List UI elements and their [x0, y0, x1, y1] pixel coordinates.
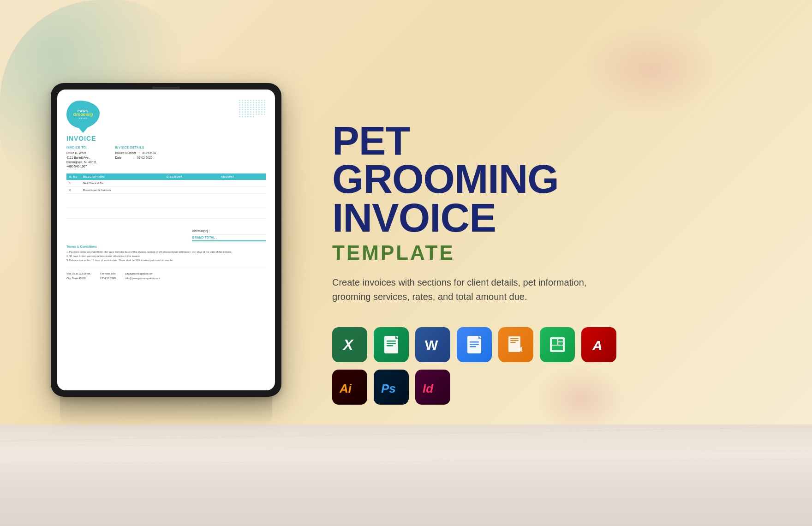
client-name: Bruce B. Wells — [66, 151, 96, 155]
invoice-date-row: Date : 02-02-2025 — [115, 155, 155, 160]
table-header-description: DESCRIPTION — [80, 173, 164, 180]
invoice-number-value: 01253634 — [143, 151, 156, 155]
svg-rect-20 — [552, 346, 563, 350]
svg-rect-18 — [558, 339, 563, 341]
icons-row-1: X W — [332, 327, 775, 362]
svg-rect-14 — [510, 340, 519, 341]
client-address2: Birmingham, MI 48011 — [66, 160, 96, 165]
word-icon[interactable]: W — [415, 327, 450, 362]
bill-to-section: INVOICE TO: Bruce B. Wells 4111 Barlett … — [66, 146, 96, 169]
invoice-details-section: INVOICE DETAILS Invoice Number : 0125363… — [115, 146, 155, 169]
excel-logo-svg: X — [341, 336, 358, 353]
table-header-discount: DISCOUNT — [164, 173, 218, 180]
photoshop-logo-svg: Ps — [379, 377, 403, 397]
right-section: PET GROOMING INVOICE TEMPLATE Create inv… — [295, 121, 775, 405]
app-icons-grid: X W — [332, 327, 775, 405]
svg-text:W: W — [425, 337, 438, 353]
svg-rect-10 — [470, 346, 476, 347]
acrobat-logo-svg: A — [589, 335, 609, 355]
footer-phone: 1234 56 7890 — [100, 276, 116, 281]
svg-rect-15 — [510, 342, 516, 343]
table-row-empty — [66, 208, 266, 219]
svg-rect-17 — [552, 339, 557, 345]
client-phone: +480-540-1967 — [66, 164, 96, 169]
numbers-icon[interactable] — [540, 327, 575, 362]
invoice-date-value: 02-02-2025 — [137, 155, 152, 160]
svg-rect-19 — [558, 342, 563, 345]
svg-rect-3 — [387, 343, 396, 344]
svg-text:A: A — [592, 338, 603, 353]
logo-salon-text: salon — [78, 117, 87, 120]
footer-address-1: Visit Us at 123 Street, — [66, 272, 91, 276]
indesign-logo-svg: Id — [421, 377, 445, 397]
header-dots-pattern — [239, 98, 266, 117]
invoice-document: PAWS Grooming salon — [57, 90, 275, 390]
main-title: PET GROOMING INVOICE — [332, 121, 775, 237]
tablet-container: PAWS Grooming salon — [37, 83, 295, 424]
discount-label: Discount[%] : — [192, 229, 209, 233]
footer-address-2: City, State 45678 — [66, 276, 91, 281]
pages-logo-svg — [505, 334, 527, 356]
row2-sno: 2 — [66, 187, 80, 194]
tablet-reflection — [60, 397, 272, 424]
terms-text-2: 2. 30 days limited warranty unless state… — [66, 254, 266, 258]
grand-total-label: GRAND TOTAL : — [192, 236, 217, 239]
table-row: 2 Breed specific haircuts — [66, 187, 266, 194]
numbers-logo-svg — [546, 334, 568, 356]
svg-rect-9 — [470, 344, 479, 345]
title-line-2: GROOMING — [332, 160, 775, 198]
invoice-date-label: Date — [115, 155, 121, 160]
description-text: Create invoices with sections for client… — [332, 275, 600, 304]
table-header-sno: S. No — [66, 173, 80, 180]
table-row: 1 Nail Check & Trim — [66, 180, 266, 187]
footer-col-3: pawsgroomingsalon.com info@pawsgroomings… — [125, 272, 160, 281]
table-row-empty — [66, 194, 266, 208]
photoshop-icon[interactable]: Ps — [374, 370, 409, 405]
grand-total-line: GRAND TOTAL : — [192, 234, 266, 241]
svg-text:X: X — [342, 336, 354, 353]
svg-text:Ps: Ps — [381, 382, 396, 395]
svg-text:Ai: Ai — [339, 382, 352, 395]
tablet-screen: PAWS Grooming salon — [57, 90, 275, 390]
terms-title: Terms & Conditions — [66, 245, 266, 248]
footer-col-1: Visit Us at 123 Street, City, State 4567… — [66, 272, 91, 281]
pages-icon[interactable] — [498, 327, 533, 362]
footer-email: info@pawsgroomingsalon.com — [125, 276, 160, 281]
invoice-footer: Visit Us at 123 Street, City, State 4567… — [66, 268, 266, 281]
svg-rect-8 — [470, 341, 479, 343]
invoice-number-label: Invoice Number — [115, 151, 136, 155]
google-sheets-icon[interactable] — [374, 327, 409, 362]
indesign-icon[interactable]: Id — [415, 370, 450, 405]
invoice-details-label: INVOICE DETAILS — [115, 146, 155, 149]
invoice-header: PAWS Grooming salon — [66, 98, 266, 128]
footer-contact-label: For more info: — [100, 272, 116, 276]
terms-section: Terms & Conditions 1. Payment terms are … — [66, 245, 266, 262]
tablet-device: PAWS Grooming salon — [51, 83, 281, 397]
invoice-title: INVOICE — [66, 135, 266, 142]
docs-logo-svg — [465, 334, 484, 355]
google-docs-icon[interactable] — [457, 327, 492, 362]
row1-sno: 1 — [66, 180, 80, 187]
row1-description: Nail Check & Trim — [80, 180, 164, 187]
row2-amount — [218, 187, 266, 194]
excel-icon[interactable]: X — [332, 327, 367, 362]
template-label: TEMPLATE — [332, 241, 775, 264]
client-address1: 4111 Barlett Ave., — [66, 155, 96, 160]
title-line-3: INVOICE — [332, 198, 775, 237]
terms-text-1: 1. Payment terms are valid thirty (30) d… — [66, 250, 266, 254]
terms-text-3: 3. Balance due within 15 days of invoice… — [66, 258, 266, 263]
title-line-1: PET — [332, 121, 775, 160]
invoice-info-row: INVOICE TO: Bruce B. Wells 4111 Barlett … — [66, 146, 266, 169]
totals-section: Discount[%] : GRAND TOTAL : — [192, 228, 266, 241]
sheets-logo-svg — [382, 334, 401, 355]
word-logo-svg: W — [423, 336, 442, 353]
svg-rect-2 — [387, 341, 396, 342]
bill-to-label: INVOICE TO: — [66, 146, 96, 149]
discount-line: Discount[%] : — [192, 228, 266, 234]
acrobat-icon[interactable]: A — [581, 327, 616, 362]
footer-col-2: For more info: 1234 56 7890 — [100, 272, 116, 281]
logo-blob: PAWS Grooming salon — [66, 101, 100, 128]
svg-rect-13 — [510, 338, 519, 339]
illustrator-icon[interactable]: Ai — [332, 370, 367, 405]
svg-rect-4 — [387, 345, 393, 347]
